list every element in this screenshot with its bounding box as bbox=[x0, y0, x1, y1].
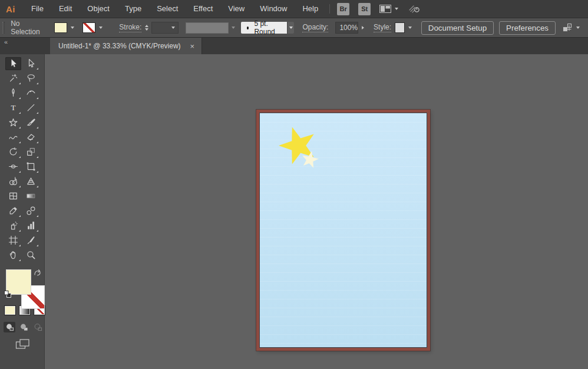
panel-collapse-button[interactable]: « bbox=[4, 38, 7, 45]
menu-help[interactable]: Help bbox=[295, 0, 326, 18]
tool-panel: T bbox=[0, 54, 45, 369]
brush-definition-select[interactable]: 5 pt. Round bbox=[241, 22, 287, 34]
blend-icon bbox=[26, 206, 36, 216]
artboard-icon bbox=[8, 235, 18, 245]
artboard[interactable] bbox=[256, 110, 430, 351]
width-tool[interactable] bbox=[5, 160, 21, 173]
fill-color-control[interactable] bbox=[54, 22, 67, 33]
hand-tool[interactable] bbox=[5, 249, 21, 262]
direct-selection-tool[interactable] bbox=[23, 57, 39, 70]
artboard-tool[interactable] bbox=[5, 234, 21, 247]
gradient-icon bbox=[26, 191, 36, 201]
brush-preset-label: 5 pt. Round bbox=[254, 19, 279, 36]
panel-grip[interactable] bbox=[2, 22, 5, 34]
app-logo[interactable]: Ai bbox=[6, 4, 15, 14]
document-tab[interactable]: Untitled-1* @ 33.33% (CMYK/Preview) × bbox=[50, 38, 202, 54]
draw-behind-button[interactable] bbox=[18, 322, 29, 332]
menu-object[interactable]: Object bbox=[80, 0, 117, 18]
swap-fill-stroke-icon[interactable] bbox=[33, 268, 42, 277]
type-icon: T bbox=[8, 103, 18, 113]
perspective-grid-tool[interactable] bbox=[23, 175, 39, 188]
draw-inside-button[interactable] bbox=[32, 322, 44, 332]
screen-mode-button[interactable] bbox=[15, 338, 31, 350]
chevron-down-icon bbox=[171, 27, 175, 29]
scale-tool[interactable] bbox=[23, 146, 39, 159]
menu-bar: Ai FileEditObjectTypeSelectEffectViewWin… bbox=[0, 0, 588, 18]
scale-icon bbox=[26, 147, 36, 157]
slice-tool[interactable] bbox=[23, 234, 39, 247]
stock-button[interactable]: St bbox=[358, 3, 371, 15]
preferences-button[interactable]: Preferences bbox=[499, 21, 556, 35]
stroke-weight-select[interactable] bbox=[151, 22, 179, 34]
canvas-area[interactable] bbox=[45, 54, 588, 369]
column-graph-tool[interactable] bbox=[23, 219, 39, 232]
brush-definition-group: 5 pt. Round bbox=[241, 22, 294, 34]
symbol-sprayer-tool[interactable] bbox=[5, 219, 21, 232]
hand-power-button[interactable] bbox=[408, 4, 421, 14]
artboard-surface[interactable] bbox=[259, 113, 427, 348]
stroke-color-control[interactable] bbox=[82, 22, 95, 33]
type-tool[interactable]: T bbox=[5, 101, 21, 114]
chevron-down-icon[interactable] bbox=[99, 27, 103, 29]
shape-builder-tool[interactable] bbox=[5, 175, 21, 188]
menu-effect[interactable]: Effect bbox=[186, 0, 220, 18]
menu-view[interactable]: View bbox=[220, 0, 252, 18]
default-fill-stroke-icon[interactable] bbox=[4, 290, 12, 298]
menu-file[interactable]: File bbox=[24, 0, 51, 18]
workspace-switcher[interactable] bbox=[379, 5, 398, 13]
control-bar: No Selection Stroke: 5 pt. Round Opacity… bbox=[0, 18, 588, 38]
pen-icon bbox=[8, 88, 18, 98]
selection-tool[interactable] bbox=[5, 57, 21, 70]
draw-inside-icon bbox=[34, 323, 42, 331]
column-graph-icon bbox=[26, 220, 36, 230]
menu-items: FileEditObjectTypeSelectEffectViewWindow… bbox=[24, 0, 326, 18]
opacity-field[interactable]: 100% bbox=[335, 22, 358, 34]
style-label[interactable]: Style: bbox=[374, 23, 391, 32]
zoom-tool[interactable] bbox=[23, 249, 39, 262]
star-tool[interactable] bbox=[5, 116, 21, 129]
eraser-tool[interactable] bbox=[23, 131, 39, 144]
color-button[interactable] bbox=[5, 306, 15, 315]
blend-tool[interactable] bbox=[23, 205, 39, 218]
menu-edit[interactable]: Edit bbox=[51, 0, 80, 18]
magic-wand-tool[interactable] bbox=[5, 72, 21, 85]
shaper-tool[interactable] bbox=[5, 131, 21, 144]
close-icon[interactable]: × bbox=[190, 42, 195, 50]
chevron-down-icon[interactable] bbox=[71, 27, 74, 29]
rotate-tool[interactable] bbox=[5, 146, 21, 159]
chevron-right-icon[interactable] bbox=[362, 26, 364, 29]
chevron-down-icon[interactable] bbox=[232, 27, 235, 29]
perspective-grid-icon bbox=[26, 176, 36, 186]
opacity-label[interactable]: Opacity: bbox=[302, 23, 328, 32]
document-setup-button[interactable]: Document Setup bbox=[421, 21, 494, 35]
line-segment-tool[interactable] bbox=[23, 101, 39, 114]
chevron-down-icon[interactable] bbox=[408, 27, 412, 29]
style-swatch[interactable] bbox=[395, 22, 405, 33]
menu-select[interactable]: Select bbox=[149, 0, 186, 18]
stroke-weight-label[interactable]: Stroke: bbox=[119, 23, 141, 32]
tab-bar: « Untitled-1* @ 33.33% (CMYK/Preview) × bbox=[0, 38, 588, 54]
draw-normal-button[interactable] bbox=[4, 322, 15, 332]
curvature-tool[interactable] bbox=[23, 87, 39, 100]
stepper-up-icon[interactable] bbox=[145, 25, 148, 27]
brush-definition-chevron[interactable] bbox=[287, 22, 294, 34]
menu-window[interactable]: Window bbox=[252, 0, 295, 18]
paintbrush-tool[interactable] bbox=[23, 116, 39, 129]
menu-type[interactable]: Type bbox=[117, 0, 149, 18]
gradient-tool[interactable] bbox=[23, 190, 39, 203]
reference-point-group bbox=[562, 23, 580, 32]
chevron-down-icon[interactable] bbox=[576, 27, 580, 29]
stroke-weight-stepper[interactable] bbox=[145, 25, 148, 31]
width-profile-select[interactable] bbox=[186, 22, 229, 34]
lasso-tool[interactable] bbox=[23, 72, 39, 85]
reference-point-icon[interactable] bbox=[562, 23, 573, 32]
eyedropper-tool[interactable] bbox=[5, 205, 21, 218]
bridge-button[interactable]: Br bbox=[337, 3, 349, 15]
pen-tool[interactable] bbox=[5, 87, 21, 100]
mesh-tool[interactable] bbox=[5, 190, 21, 203]
fill-stroke-controls bbox=[5, 268, 41, 310]
line-segment-icon bbox=[26, 103, 36, 113]
stepper-down-icon[interactable] bbox=[145, 28, 148, 31]
illustrator-window: { "app": { "logo_label": "Ai" }, "menuba… bbox=[0, 0, 588, 369]
free-transform-tool[interactable] bbox=[23, 160, 39, 173]
